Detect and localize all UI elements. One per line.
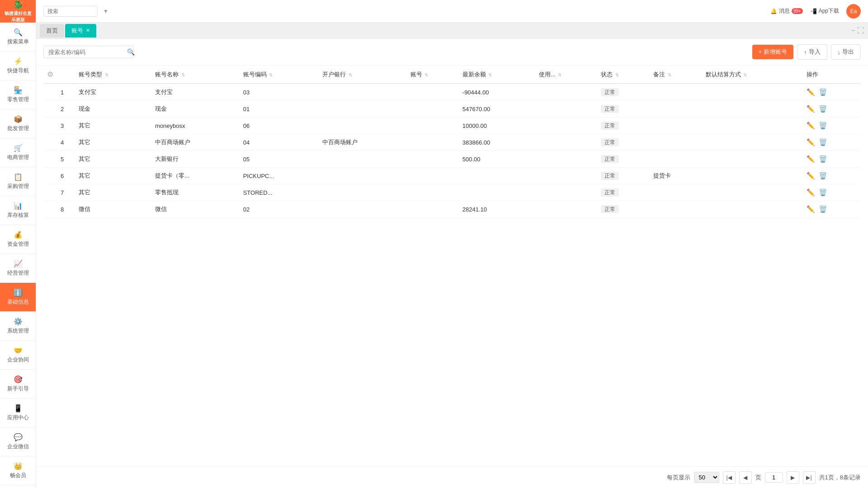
cell-bank [319,84,407,101]
sort-remark-icon: ⇅ [668,72,671,77]
col-remark[interactable]: 备注 ⇅ [650,66,702,84]
delete-icon[interactable]: 🗑️ [819,188,827,197]
edit-icon[interactable]: ✏️ [807,88,815,96]
col-account[interactable]: 账号 ⇅ [407,66,459,84]
cell-type: 现金 [75,101,151,117]
tab-account[interactable]: 账号 ✕ [65,24,96,38]
cell-index: 2 [57,101,75,117]
page-last-button[interactable]: ▶| [803,471,816,484]
top-search-input[interactable] [43,6,98,17]
delete-icon[interactable]: 🗑️ [819,88,827,96]
app-download-button[interactable]: 📲 App下载 [810,7,839,15]
delete-icon[interactable]: 🗑️ [819,155,827,163]
cell-code: 05 [240,151,319,168]
sidebar-item-enterprise-agreement[interactable]: 🤝 企业协同 [0,341,36,370]
sidebar-item-vip-member[interactable]: 👑 畅会员 [0,456,36,485]
sidebar-item-purchase-manage[interactable]: 📋 采购管理 [0,167,36,196]
sidebar-item-basic-info[interactable]: ℹ️ 基础信息 [0,283,36,312]
delete-icon[interactable]: 🗑️ [819,122,827,130]
sidebar-item-system-manage[interactable]: ⚙️ 系统管理 [0,312,36,341]
page-next-button[interactable]: ▶ [787,471,799,484]
cell-status: 正常 [597,168,650,184]
notification-button[interactable]: 🔔 消息 99+ [770,7,803,15]
sidebar-item-new-guide[interactable]: 🎯 新手引导 [0,370,36,399]
cell-remark [650,151,702,168]
edit-icon[interactable]: ✏️ [807,188,815,197]
cell-usage [535,117,598,134]
search-input[interactable] [48,49,124,56]
col-default-payment[interactable]: 默认结算方式 ⇅ [702,66,803,84]
tab-home[interactable]: 首页 [40,24,64,38]
col-bank[interactable]: 开户银行 ⇅ [319,66,407,84]
cell-status: 正常 [597,84,650,101]
delete-icon[interactable]: 🗑️ [819,205,827,213]
export-button[interactable]: ↓ 导出 [831,44,861,60]
tab-close-icon[interactable]: ✕ [86,28,90,33]
edit-icon[interactable]: ✏️ [807,155,815,163]
cell-status: 正常 [597,201,650,218]
add-account-button[interactable]: + 新增账号 [752,45,793,59]
action-icons: ✏️ 🗑️ [807,188,857,197]
delete-icon[interactable]: 🗑️ [819,105,827,113]
page-prev-button[interactable]: ◀ [739,471,752,484]
delete-icon[interactable]: 🗑️ [819,138,827,146]
edit-icon[interactable]: ✏️ [807,138,815,146]
import-icon: ↑ [804,49,807,56]
vip-icon: 👑 [2,462,34,470]
sidebar-item-operation-manage[interactable]: 📈 经营管理 [0,254,36,283]
cell-code: STORED... [240,184,319,201]
tab-minimize-button[interactable]: − [851,27,855,35]
col-code[interactable]: 账号编码 ⇅ [240,66,319,84]
sidebar: 🐉 畅捷通好生意 乐惠版 🔍 搜索菜单 ⚡ 快捷导航 🏪 零售管理 📦 批发管理… [0,0,36,488]
sidebar-item-ecommerce-manage[interactable]: 🛒 电商管理 [0,138,36,167]
cell-name: moneybosx [151,117,240,134]
cell-account [407,117,459,134]
search-box[interactable]: 🔍 [43,46,134,58]
sidebar-item-fund-manage[interactable]: 💰 资金管理 [0,225,36,254]
col-settings[interactable]: ⚙ [43,66,57,84]
cell-index: 1 [57,84,75,101]
per-page-select[interactable]: 50 100 200 [694,472,719,483]
cell-status: 正常 [597,101,650,117]
sidebar-item-retail-manage[interactable]: 🏪 零售管理 [0,80,36,109]
edit-icon[interactable]: ✏️ [807,105,815,113]
cell-status: 正常 [597,134,650,151]
avatar[interactable]: Ea [846,4,861,19]
col-usage[interactable]: 使用... ⇅ [535,66,598,84]
tab-fullscreen-button[interactable]: ⛶ [857,27,864,35]
sidebar-item-wholesale-manage[interactable]: 📦 批发管理 [0,109,36,138]
cell-bank [319,201,407,218]
action-icons: ✏️ 🗑️ [807,155,857,163]
sidebar-item-quick-nav[interactable]: ⚡ 快捷导航 [0,52,36,80]
cell-name: 大新银行 [151,151,240,168]
sidebar-item-app-center[interactable]: 📱 应用中心 [0,399,36,427]
col-status[interactable]: 状态 ⇅ [597,66,650,84]
col-name[interactable]: 账号名称 ⇅ [151,66,240,84]
cell-name: 提货卡（零... [151,168,240,184]
cell-default-payment [702,101,803,117]
cell-type: 支付宝 [75,84,151,101]
sidebar-item-enterprise-wechat[interactable]: 💬 企业微信 [0,427,36,456]
export-icon: ↓ [838,49,841,56]
toolbar: 🔍 + 新增账号 ↑ 导入 ↓ 导出 [36,39,868,66]
col-balance[interactable]: 最新余额 ⇅ [459,66,535,84]
sidebar-item-label: 快捷导航 [7,67,29,74]
cell-settings [43,168,57,184]
edit-icon[interactable]: ✏️ [807,172,815,180]
edit-icon[interactable]: ✏️ [807,205,815,213]
cell-status: 正常 [597,117,650,134]
import-button[interactable]: ↑ 导入 [797,44,827,60]
cell-account [407,201,459,218]
page-first-button[interactable]: |◀ [723,471,736,484]
cell-action: ✏️ 🗑️ [803,151,861,168]
cell-code: 03 [240,84,319,101]
sidebar-item-search-menu[interactable]: 🔍 搜索菜单 [0,23,36,52]
sidebar-item-label: 经营管理 [7,270,29,276]
header-right: 🔔 消息 99+ 📲 App下载 Ea [770,4,861,19]
wechat-icon: 💬 [2,433,34,441]
sidebar-item-inventory[interactable]: 📊 库存核算 [0,196,36,225]
col-type[interactable]: 账号类型 ⇅ [75,66,151,84]
edit-icon[interactable]: ✏️ [807,122,815,130]
delete-icon[interactable]: 🗑️ [819,172,827,180]
page-number-input[interactable] [765,472,783,483]
